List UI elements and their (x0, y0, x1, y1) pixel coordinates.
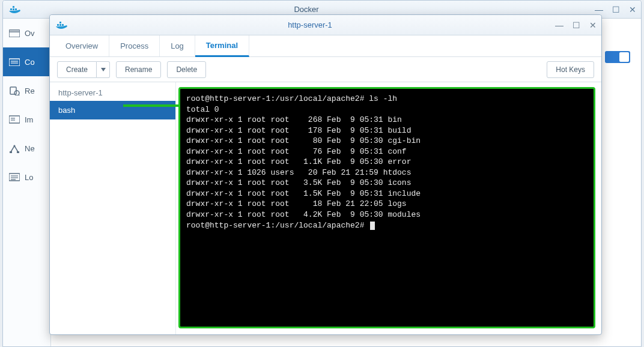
docker-whale-icon (9, 5, 22, 14)
svg-rect-17 (17, 151, 19, 153)
svg-rect-0 (10, 8, 12, 10)
svg-rect-1 (13, 8, 14, 10)
container-tabs: Overview Process Log Terminal (50, 35, 601, 57)
create-dropdown-caret[interactable] (97, 61, 110, 78)
sidebar-item-image[interactable]: Im (3, 105, 50, 134)
terminal-toolbar: Create Rename Delete Hot Keys (50, 57, 601, 82)
container-toggle[interactable] (605, 51, 630, 63)
terminal-session-bash[interactable]: bash (50, 101, 175, 119)
tab-overview[interactable]: Overview (55, 35, 109, 56)
svg-rect-16 (10, 151, 12, 153)
container-title: http-server-1 (69, 20, 551, 29)
delete-button[interactable]: Delete (167, 61, 206, 78)
close-button[interactable]: ✕ (585, 19, 601, 32)
svg-rect-23 (59, 24, 61, 26)
svg-rect-12 (9, 116, 20, 123)
container-window: http-server-1 — ☐ ✕ Overview Process Log… (49, 14, 602, 335)
tab-process[interactable]: Process (109, 35, 160, 56)
log-icon (8, 170, 21, 184)
hotkeys-button[interactable]: Hot Keys (547, 61, 594, 78)
close-button[interactable]: ✕ (624, 4, 641, 16)
sidebar-item-overview[interactable]: Ov (3, 19, 50, 47)
svg-rect-25 (59, 22, 61, 23)
svg-rect-24 (62, 24, 64, 26)
docker-whale-icon (56, 20, 69, 30)
minimize-button[interactable]: — (591, 4, 607, 16)
maximize-button[interactable]: ☐ (607, 4, 624, 16)
sidebar-item-registry[interactable]: Re (3, 76, 50, 105)
maximize-button[interactable]: ☐ (568, 19, 585, 32)
svg-rect-6 (9, 59, 20, 66)
overview-icon (8, 26, 21, 40)
minimize-button[interactable]: — (551, 19, 568, 32)
rename-button[interactable]: Rename (116, 61, 161, 78)
terminal-sidebar: http-server-1 bash (50, 82, 176, 334)
tab-log[interactable]: Log (160, 35, 195, 56)
image-icon (8, 113, 21, 126)
registry-icon (8, 84, 21, 97)
docker-title: Docker (22, 5, 591, 14)
svg-rect-4 (9, 30, 20, 37)
terminal-output[interactable]: root@http-server-1:/usr/local/apache2# l… (180, 89, 594, 327)
container-icon (8, 55, 21, 68)
create-split-button: Create (57, 61, 110, 78)
svg-rect-22 (57, 24, 59, 26)
docker-sidebar: Ov Co Re Im Ne Lo (3, 19, 51, 346)
svg-point-10 (14, 91, 19, 95)
terminal-sidebar-title: http-server-1 (50, 82, 175, 101)
create-button[interactable]: Create (57, 61, 97, 78)
sidebar-item-network[interactable]: Ne (3, 134, 50, 163)
container-titlebar: http-server-1 — ☐ ✕ (50, 15, 601, 35)
sidebar-item-container[interactable]: Co (3, 47, 50, 76)
svg-line-11 (19, 95, 20, 95)
tab-terminal[interactable]: Terminal (195, 35, 249, 57)
svg-point-15 (14, 145, 16, 147)
network-icon (8, 142, 21, 155)
terminal-frame: root@http-server-1:/usr/local/apache2# l… (178, 87, 595, 328)
svg-rect-2 (15, 8, 17, 10)
svg-rect-3 (13, 6, 14, 8)
sidebar-item-log[interactable]: Lo (3, 163, 50, 192)
